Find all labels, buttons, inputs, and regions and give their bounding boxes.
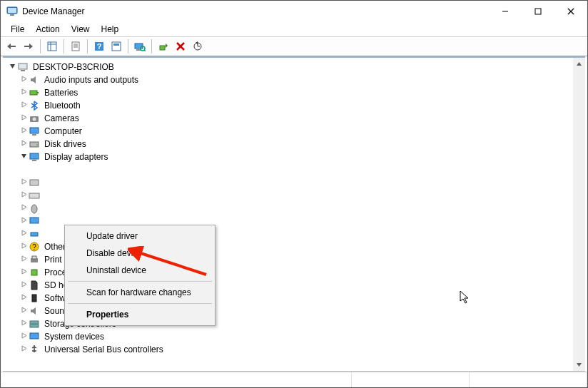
svg-rect-31 bbox=[37, 92, 39, 93]
svg-rect-24 bbox=[160, 46, 165, 50]
help-button[interactable]: ? bbox=[91, 39, 107, 54]
tree-item-display-adapters[interactable]: Display adapters bbox=[19, 150, 585, 163]
software-device-icon bbox=[29, 292, 40, 304]
svg-rect-30 bbox=[30, 91, 37, 95]
action-button[interactable] bbox=[108, 39, 124, 54]
context-properties[interactable]: Properties bbox=[66, 306, 213, 323]
tree-item-bluetooth[interactable]: Bluetooth bbox=[19, 99, 585, 112]
show-hide-tree-button[interactable] bbox=[44, 39, 60, 54]
properties-button[interactable] bbox=[68, 39, 83, 54]
scan-hardware-button[interactable] bbox=[132, 39, 148, 54]
context-uninstall-device[interactable]: Uninstall device bbox=[66, 262, 213, 279]
svg-rect-51 bbox=[30, 321, 39, 324]
expand-icon[interactable] bbox=[19, 215, 29, 228]
expand-icon[interactable] bbox=[19, 279, 29, 292]
expand-icon[interactable] bbox=[19, 86, 29, 99]
tree-item-label: Display adapters bbox=[43, 150, 109, 163]
toolbar: ? bbox=[1, 36, 587, 56]
update-driver-button[interactable] bbox=[190, 39, 206, 54]
collapse-icon[interactable] bbox=[7, 61, 17, 73]
tree-item-usb-controllers[interactable]: Universal Serial Bus controllers bbox=[19, 343, 585, 356]
expand-icon[interactable] bbox=[19, 343, 29, 356]
menu-file[interactable]: File bbox=[5, 23, 30, 36]
context-scan-hardware[interactable]: Scan for hardware changes bbox=[66, 284, 213, 301]
statusbar bbox=[1, 372, 587, 387]
tree-item-label: Universal Serial Bus controllers bbox=[43, 343, 165, 356]
expand-icon[interactable] bbox=[19, 330, 29, 343]
expand-icon[interactable] bbox=[19, 292, 29, 305]
uninstall-device-button[interactable] bbox=[173, 39, 188, 54]
tree-item-system-devices[interactable]: System devices bbox=[19, 330, 585, 343]
expand-icon[interactable] bbox=[19, 305, 29, 317]
expand-icon[interactable] bbox=[19, 125, 29, 138]
window-title: Device Manager bbox=[22, 6, 489, 16]
expand-icon[interactable] bbox=[19, 253, 29, 266]
tree-child-placeholder[interactable] bbox=[33, 163, 585, 176]
forward-button[interactable] bbox=[21, 39, 36, 54]
tree-item-batteries[interactable]: Batteries bbox=[19, 86, 585, 99]
close-button[interactable] bbox=[554, 1, 587, 22]
scroll-up-button[interactable] bbox=[573, 58, 585, 70]
monitor-icon bbox=[29, 215, 40, 227]
tree-item-computer[interactable]: Computer bbox=[19, 125, 585, 138]
tree-item-label: System devices bbox=[43, 330, 106, 343]
tree-root-label: DESKTOP-B3CRIOB bbox=[31, 61, 116, 73]
tree-root[interactable]: DESKTOP-B3CRIOB bbox=[7, 61, 585, 73]
context-disable-device[interactable]: Disable device bbox=[66, 245, 213, 262]
tree-item-disk-drives[interactable]: Disk drives bbox=[19, 138, 585, 150]
monitor-icon bbox=[29, 126, 40, 137]
svg-rect-48 bbox=[32, 256, 36, 259]
expand-icon[interactable] bbox=[19, 266, 29, 279]
app-icon bbox=[6, 6, 18, 17]
tree-item-label: Cameras bbox=[43, 112, 81, 125]
menu-view[interactable]: View bbox=[66, 23, 96, 36]
status-cell bbox=[352, 372, 470, 387]
expand-icon[interactable] bbox=[19, 202, 29, 215]
tree-item-obscured[interactable] bbox=[19, 202, 585, 215]
menu-help[interactable]: Help bbox=[96, 23, 125, 36]
expand-icon[interactable] bbox=[19, 176, 29, 189]
toolbar-separator bbox=[40, 39, 41, 53]
tree-item-obscured[interactable] bbox=[19, 176, 585, 189]
tree-item-audio[interactable]: Audio inputs and outputs bbox=[19, 73, 585, 86]
tree-item-obscured[interactable] bbox=[19, 189, 585, 202]
bluetooth-icon bbox=[29, 100, 40, 111]
tree-item-label: Disk drives bbox=[43, 138, 88, 150]
status-cell bbox=[1, 372, 352, 387]
context-update-driver[interactable]: Update driver bbox=[66, 228, 213, 245]
enable-device-button[interactable] bbox=[156, 39, 171, 54]
scroll-track[interactable] bbox=[573, 70, 585, 359]
svg-point-33 bbox=[33, 118, 36, 121]
expand-icon[interactable] bbox=[19, 138, 29, 150]
svg-point-37 bbox=[36, 144, 38, 146]
battery-icon bbox=[29, 87, 40, 98]
svg-text:?: ? bbox=[97, 42, 102, 51]
context-separator bbox=[68, 303, 212, 304]
scroll-down-button[interactable] bbox=[573, 359, 585, 371]
vertical-scrollbar[interactable] bbox=[573, 58, 585, 371]
content-area: DESKTOP-B3CRIOB Audio inputs and outputs… bbox=[3, 56, 585, 372]
expand-icon[interactable] bbox=[19, 240, 29, 253]
svg-rect-41 bbox=[29, 193, 39, 198]
maximize-button[interactable] bbox=[522, 1, 554, 22]
svg-rect-35 bbox=[32, 134, 36, 136]
context-separator bbox=[68, 281, 212, 282]
expand-icon[interactable] bbox=[19, 317, 29, 330]
back-button[interactable] bbox=[4, 39, 19, 54]
expand-icon[interactable] bbox=[19, 99, 29, 112]
svg-line-23 bbox=[144, 50, 146, 51]
camera-icon bbox=[29, 113, 40, 124]
expand-icon[interactable] bbox=[19, 228, 29, 240]
menu-action[interactable]: Action bbox=[30, 23, 65, 36]
tree-item-cameras[interactable]: Cameras bbox=[19, 112, 585, 125]
svg-rect-34 bbox=[30, 128, 39, 133]
usb-icon bbox=[29, 344, 40, 355]
expand-icon[interactable] bbox=[19, 189, 29, 202]
device-icon bbox=[33, 164, 44, 175]
expand-icon[interactable] bbox=[19, 73, 29, 86]
collapse-icon[interactable] bbox=[19, 150, 29, 163]
titlebar: Device Manager bbox=[1, 1, 587, 22]
tree-item-label: Computer bbox=[43, 125, 83, 138]
minimize-button[interactable] bbox=[489, 1, 522, 22]
expand-icon[interactable] bbox=[19, 112, 29, 125]
